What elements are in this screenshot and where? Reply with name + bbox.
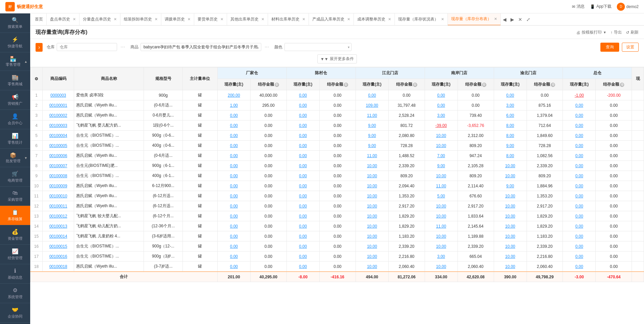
product-dots-btn[interactable]: ···: [263, 44, 270, 50]
row-nanan-qty-10[interactable]: 5.00: [425, 191, 458, 201]
refresh-btn[interactable]: ↺ 刷新: [626, 30, 639, 35]
row-factory-qty-3[interactable]: 0.00: [217, 121, 250, 131]
sidebar-item-new-guide[interactable]: 🎯 新手引导: [0, 323, 30, 324]
row-factory-qty-0[interactable]: 200.00: [217, 90, 250, 100]
jiangbei-amt-info[interactable]: ①: [413, 83, 417, 87]
factory-amt-info[interactable]: ①: [275, 83, 279, 87]
row-nanan-qty-0[interactable]: 0.00: [425, 90, 458, 100]
row-chenshi-qty-1[interactable]: 0.00: [286, 100, 319, 110]
tab-cost-adjust[interactable]: 成本调整单历史 ✕: [354, 13, 395, 26]
row-code-12[interactable]: 00100012: [43, 211, 74, 221]
row-code-0[interactable]: 0000003: [43, 90, 74, 100]
row-code-4[interactable]: 00100004: [43, 131, 74, 141]
row-yubeimen-qty-9[interactable]: 9.00: [494, 181, 527, 191]
row-chenshi-qty-11[interactable]: 0.00: [286, 201, 319, 211]
tab-requisition[interactable]: 要货单历史 ✕: [194, 13, 227, 26]
row-yubeimen-qty-0[interactable]: 0.00: [494, 90, 527, 100]
row-total-qty-17[interactable]: 0.00: [563, 262, 596, 272]
row-total-qty-4[interactable]: 0.00: [563, 131, 596, 141]
messages-btn[interactable]: ✉ 消息: [572, 4, 585, 9]
row-code-10[interactable]: 00100010: [43, 191, 74, 201]
row-factory-qty-17[interactable]: 0.00: [217, 262, 250, 272]
yubeimen-amt-info[interactable]: ①: [551, 83, 555, 87]
row-code-5[interactable]: 00100005: [43, 141, 74, 151]
tab-other-out[interactable]: 其他出库单历史 ✕: [227, 13, 268, 26]
row-yubeimen-qty-3[interactable]: 8.00: [494, 121, 527, 131]
row-yubeimen-qty-14[interactable]: 10.00: [494, 231, 527, 241]
tab-product-in[interactable]: 产成品入库单历史 ✕: [309, 13, 354, 26]
th-settings[interactable]: ⚙: [31, 67, 43, 90]
row-code-1[interactable]: 00100001: [43, 100, 74, 110]
tab-stocktake[interactable]: 盘点单历史 ✕: [47, 13, 79, 26]
tab-nav-next[interactable]: ▶: [508, 17, 516, 22]
row-chenshi-qty-6[interactable]: 0.00: [286, 151, 319, 161]
row-chenshi-qty-10[interactable]: 0.00: [286, 191, 319, 201]
row-factory-qty-6[interactable]: 0.00: [217, 151, 250, 161]
warehouse-input[interactable]: [57, 43, 117, 51]
row-nanan-qty-17[interactable]: 10.00: [425, 262, 458, 272]
row-chenshi-qty-4[interactable]: 0.00: [286, 131, 319, 141]
row-jiangbei-qty-5[interactable]: 9.00: [356, 141, 388, 151]
row-code-16[interactable]: 00100016: [43, 251, 74, 262]
tab-cost-adjust-close[interactable]: ✕: [388, 17, 391, 21]
row-total-qty-14[interactable]: 0.00: [563, 231, 596, 241]
table-wrap[interactable]: ⚙ 商品编码 商品名称 规格型号 主计量单位 厂家仓 陈村仓 江北门店 南岸门店…: [30, 67, 644, 324]
row-code-9[interactable]: 00100009: [43, 181, 74, 191]
row-jiangbei-qty-15[interactable]: 10.00: [356, 241, 388, 251]
tab-nav-prev[interactable]: ◀: [501, 17, 508, 22]
row-total-qty-5[interactable]: 0.00: [563, 141, 596, 151]
row-nanan-qty-6[interactable]: 7.00: [425, 151, 458, 161]
tab-stocktake-close[interactable]: ✕: [73, 17, 76, 21]
row-code-2[interactable]: 00100002: [43, 110, 74, 121]
row-total-qty-10[interactable]: 0.00: [563, 191, 596, 201]
row-jiangbei-qty-6[interactable]: 11.00: [356, 151, 388, 161]
row-code-17[interactable]: 00100018: [43, 262, 74, 272]
sidebar-item-enterprise-collab[interactable]: 🤝 企业协同: [0, 303, 30, 323]
row-jiangbei-qty-12[interactable]: 10.00: [356, 211, 388, 221]
row-total-qty-8[interactable]: 0.00: [563, 171, 596, 181]
sidebar-item-business[interactable]: 📈 经营管理: [0, 245, 30, 264]
row-yubeimen-qty-7[interactable]: 10.00: [494, 161, 527, 171]
row-chenshi-qty-12[interactable]: 0.00: [286, 211, 319, 221]
row-jiangbei-qty-11[interactable]: 10.00: [356, 201, 388, 211]
export-btn[interactable]: ↑ 导出: [610, 30, 622, 35]
tab-stock-dist[interactable]: 现存量（库存分布表） ✕: [448, 13, 501, 26]
collapse-btn[interactable]: ›: [36, 43, 43, 52]
sidebar-item-purchase[interactable]: 🛍 采购管理: [0, 187, 30, 206]
tab-transfer[interactable]: 调拨单历史 ✕: [161, 13, 194, 26]
sidebar-item-finance[interactable]: 💰 资金管理: [0, 225, 30, 245]
row-chenshi-qty-9[interactable]: 0.00: [286, 181, 319, 191]
color-select[interactable]: [284, 43, 352, 51]
row-yubeimen-qty-2[interactable]: 6.00: [494, 110, 527, 121]
row-nanan-qty-14[interactable]: 10.00: [425, 231, 458, 241]
tab-assemble-close[interactable]: ✕: [155, 17, 158, 21]
row-yubeimen-qty-10[interactable]: 10.00: [494, 191, 527, 201]
row-total-qty-0[interactable]: -1.00: [563, 90, 596, 100]
row-factory-qty-8[interactable]: 0.00: [217, 171, 250, 181]
row-yubeimen-qty-12[interactable]: 10.00: [494, 211, 527, 221]
sidebar-item-basics[interactable]: ℹ 基础信息: [0, 264, 30, 284]
row-total-qty-15[interactable]: 0.00: [563, 241, 596, 251]
sidebar-item-retail-store[interactable]: 🏬 零售商城: [0, 71, 30, 90]
row-factory-qty-16[interactable]: 0.00: [217, 251, 250, 262]
row-total-qty-11[interactable]: 0.00: [563, 201, 596, 211]
row-jiangbei-qty-13[interactable]: 10.00: [356, 221, 388, 231]
row-chenshi-qty-17[interactable]: 0.00: [286, 262, 319, 272]
product-input[interactable]: [141, 43, 261, 51]
row-code-6[interactable]: 00100006: [43, 151, 74, 161]
row-total-qty-16[interactable]: 0.00: [563, 251, 596, 262]
sidebar-item-retail-mgmt[interactable]: 🏪 零售管理 ▲: [0, 52, 30, 71]
row-factory-qty-11[interactable]: 0.00: [217, 201, 250, 211]
row-factory-qty-2[interactable]: 0.00: [217, 110, 250, 121]
row-nanan-qty-4[interactable]: 10.00: [425, 131, 458, 141]
tab-requisition-close[interactable]: ✕: [220, 17, 223, 21]
sidebar-item-ecommerce[interactable]: 🛒 电商管理: [0, 167, 30, 187]
print-btn[interactable]: 🖨 按模板打印 ▼: [576, 30, 606, 35]
row-nanan-qty-8[interactable]: 10.00: [425, 171, 458, 181]
expand-conditions-btn[interactable]: ▼▼ 展开更多条件: [317, 54, 357, 63]
tab-stock-status-close[interactable]: ✕: [441, 17, 444, 21]
row-yubeimen-qty-11[interactable]: 10.00: [494, 201, 527, 211]
total-amt-info[interactable]: ①: [620, 83, 624, 87]
tab-nav-maximize[interactable]: ⤢: [524, 17, 532, 22]
row-nanan-qty-13[interactable]: 11.00: [425, 221, 458, 231]
